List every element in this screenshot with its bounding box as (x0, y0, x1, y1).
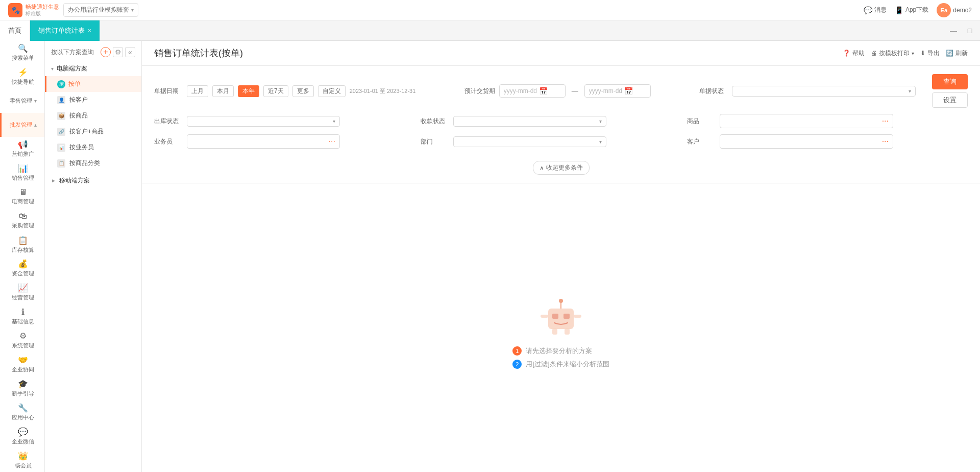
by-salesperson-icon: 📊 (57, 144, 65, 152)
tree-item-by-product[interactable]: 📦 按商品 (45, 108, 141, 124)
sidebar-item-marketing[interactable]: 📢 营销推广 (0, 137, 44, 161)
order-status-chevron-icon: ▾ (909, 88, 911, 94)
collapse-icon: ∧ (540, 164, 544, 172)
date-btn-7days[interactable]: 近7天 (263, 85, 288, 97)
phone-icon: 📱 (895, 6, 903, 14)
by-product-icon: 📦 (57, 112, 65, 120)
export-action[interactable]: ⬇ 导出 (920, 49, 940, 58)
expected-date-start-input[interactable]: yyyy-mm-dd 📅 (499, 84, 566, 98)
product-input[interactable]: ··· (720, 114, 893, 128)
svg-rect-6 (574, 315, 581, 318)
refresh-action[interactable]: 🔄 刷新 (946, 49, 968, 58)
sidebar-item-inventory[interactable]: 📋 库存核算 (0, 232, 44, 256)
settings-btn[interactable]: 设置 (932, 92, 968, 108)
by-customer-product-icon: 🔗 (57, 128, 65, 136)
svg-rect-7 (552, 328, 557, 335)
collapse-panel-btn[interactable]: « (125, 47, 135, 57)
sidebar-item-wholesale[interactable]: 批发管理 ▴ (0, 113, 44, 137)
sidebar-item-purchase[interactable]: 🛍 采购管理 (0, 208, 44, 232)
sidebar-item-newbie[interactable]: 🎓 新手引导 (0, 376, 44, 400)
payment-status-chevron-icon: ▾ (599, 119, 602, 124)
sidebar-item-ecommerce[interactable]: 🖥 电商管理 (0, 184, 44, 208)
print-action[interactable]: 🖨 按模板打印 ▾ (871, 49, 914, 58)
tree-item-by-salesperson[interactable]: 📊 按业务员 (45, 139, 141, 155)
newbie-icon: 🎓 (18, 379, 28, 389)
sidebar-item-apps[interactable]: 🔧 应用中心 (0, 400, 44, 424)
add-scheme-btn[interactable]: + (101, 47, 111, 57)
calendar-end-icon[interactable]: 📅 (624, 87, 633, 95)
tab-minimize-btn[interactable]: — (947, 25, 960, 37)
order-status-select[interactable]: ▾ (732, 86, 916, 97)
search-menu-icon: 🔍 (18, 43, 28, 53)
sales-icon: 📊 (18, 163, 28, 173)
sidebar-item-sales[interactable]: 📊 销售管理 (0, 160, 44, 184)
refresh-icon: 🔄 (946, 50, 953, 57)
sidebar-item-enterprise[interactable]: 🤝 企业协同 (0, 352, 44, 376)
date-btn-this-year[interactable]: 本年 (238, 85, 259, 97)
date-btn-custom[interactable]: 自定义 (318, 85, 346, 97)
app-download-action[interactable]: 📱 App下载 (895, 6, 928, 14)
product-dots-icon[interactable]: ··· (882, 116, 889, 126)
avatar: Ea (937, 3, 951, 17)
sidebar-item-search-menu[interactable]: 🔍 搜索菜单 (0, 41, 44, 65)
sidebar-item-vip[interactable]: 👑 畅会员 (0, 448, 44, 472)
tree-item-by-order[interactable]: 按 按单 (45, 76, 141, 92)
sidebar-item-system[interactable]: ⚙ 系统管理 (0, 328, 44, 352)
by-order-icon: 按 (57, 80, 65, 88)
salesperson-dots-icon[interactable]: ··· (329, 137, 335, 146)
system-icon: ⚙ (19, 331, 27, 341)
filter-row-3: 业务员 ··· 部门 ▾ (154, 134, 968, 149)
tree-group-pc: ▾ 电脑端方案 按 按单 👤 按客户 📦 (45, 61, 141, 171)
sidebar-item-retail[interactable]: 零售管理 ▾ (0, 89, 44, 113)
collapse-filters-btn[interactable]: ∧ 收起更多条件 (533, 161, 590, 175)
tree-item-by-customer-product[interactable]: 🔗 按客户+商品 (45, 124, 141, 139)
svg-rect-1 (552, 314, 558, 319)
svg-rect-2 (564, 314, 570, 319)
help-action[interactable]: ❓ 帮助 (843, 49, 865, 58)
settings-scheme-btn[interactable]: ⚙ (113, 47, 123, 57)
tree-group-mobile-header[interactable]: ► 移动端方案 (45, 173, 141, 188)
customer-dots-icon[interactable]: ··· (882, 137, 889, 146)
pc-group-arrow-icon: ▾ (51, 66, 54, 72)
topbar-right: 💬 消息 📱 App下载 Ea demo2 (864, 3, 972, 17)
date-btn-this-month[interactable]: 本月 (212, 85, 234, 97)
date-btn-last-month[interactable]: 上月 (187, 85, 208, 97)
empty-illustration (530, 287, 592, 338)
message-action[interactable]: 💬 消息 (864, 6, 887, 14)
svg-rect-5 (541, 315, 548, 318)
tab-close-icon[interactable]: × (88, 27, 91, 34)
tab-home[interactable]: 首页 (0, 20, 30, 41)
calendar-start-icon[interactable]: 📅 (539, 87, 548, 95)
delivery-status-select[interactable]: ▾ (187, 116, 340, 127)
delivery-status-section: 出库状态 ▾ (154, 116, 340, 127)
empty-tip-1: 1 请先选择要分析的方案 (512, 346, 609, 356)
action-buttons: 查询 设置 (932, 74, 968, 108)
customer-input[interactable]: ··· (720, 134, 893, 149)
sidebar-item-finance[interactable]: 💰 资金管理 (0, 256, 44, 280)
page-actions: ❓ 帮助 🖨 按模板打印 ▾ ⬇ 导出 🔄 刷新 (843, 49, 968, 58)
tree-group-mobile: ► 移动端方案 (45, 173, 141, 188)
tab-sales-order-stats[interactable]: 销售订单统计表 × (30, 20, 100, 41)
user-area[interactable]: Ea demo2 (937, 3, 972, 17)
department-select[interactable]: ▾ (453, 136, 606, 147)
tree-group-pc-header[interactable]: ▾ 电脑端方案 (45, 61, 141, 76)
tab-maximize-btn[interactable]: □ (964, 25, 976, 37)
tree-item-by-category[interactable]: 📋 按商品分类 (45, 155, 141, 171)
payment-status-select[interactable]: ▾ (453, 116, 606, 127)
tabbar: 首页 销售订单统计表 × — □ (0, 20, 980, 41)
expected-date-section: 预计交货期 yyyy-mm-dd 📅 — yyyy-mm-dd 📅 (464, 84, 651, 98)
sidebar-item-basics[interactable]: ℹ 基础信息 (0, 304, 44, 328)
sidebar-item-wechat[interactable]: 💬 企业微信 (0, 424, 44, 448)
empty-tips: 1 请先选择要分析的方案 2 用[过滤]条件来缩小分析范围 (512, 346, 609, 369)
svg-rect-0 (548, 309, 574, 329)
basics-icon: ℹ (21, 307, 24, 317)
query-btn[interactable]: 查询 (932, 74, 968, 89)
tip-number-2: 2 (512, 360, 522, 369)
tree-item-by-customer[interactable]: 👤 按客户 (45, 92, 141, 108)
sidebar-item-operations[interactable]: 📈 经营管理 (0, 280, 44, 304)
salesperson-input[interactable]: ··· (187, 134, 340, 149)
expected-date-end-input[interactable]: yyyy-mm-dd 📅 (584, 84, 651, 98)
sidebar-item-quick-nav[interactable]: ⚡ 快捷导航 (0, 65, 44, 89)
date-btn-more[interactable]: 更多 (292, 85, 314, 97)
app-selector[interactable]: 办公用品行业模拟账套 ▾ (63, 3, 138, 17)
